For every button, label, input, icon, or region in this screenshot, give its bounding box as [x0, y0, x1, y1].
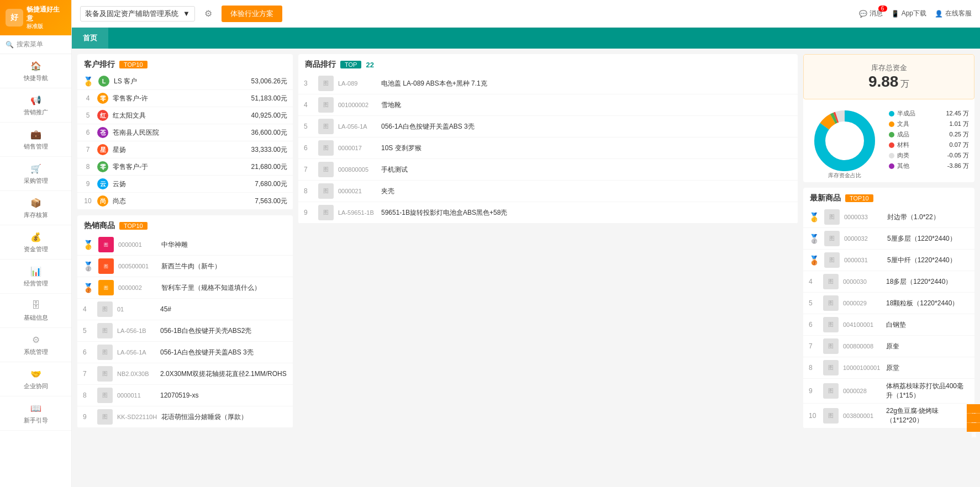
search-menu-label: 搜索菜单	[17, 40, 43, 49]
mid-code-3: LA-089	[338, 80, 377, 87]
sidebar-item-marketing[interactable]: 📢 营销推广	[0, 88, 71, 123]
hot-products-header: 热销商品 TOP10	[77, 215, 293, 234]
np-thumb-4: 图	[823, 274, 839, 289]
np-rank-8: 8	[809, 364, 819, 372]
legend-dot-3	[889, 132, 894, 137]
sidebar-item-purchase[interactable]: 🛒 采购管理	[0, 157, 71, 191]
mid-name-4: 雪地靴	[381, 100, 792, 110]
sidebar-logo: 好 畅捷通好生意 标准版	[0, 0, 71, 35]
customer-amount-1: 53,006.26元	[251, 77, 287, 86]
rank-num-7: 7	[83, 146, 93, 153]
tab-home[interactable]: 首页	[72, 28, 108, 49]
hot-product-row-6: 6 图 LA-056-1A 056-1A白色按键开关盖ABS 3壳	[77, 342, 293, 363]
logo-title: 畅捷通好生意	[27, 6, 66, 23]
mid-product-count: 22	[366, 61, 373, 69]
online-service-button[interactable]: 👤 在线客服	[935, 9, 972, 18]
customer-service-float: 客服热线 服务社区 直播	[967, 404, 980, 432]
np-code-9: 0000028	[843, 388, 882, 394]
mid-rank-3: 3	[304, 80, 314, 87]
app-download-label: App下载	[902, 9, 926, 18]
hp-code-7: NB2.0X30B	[117, 370, 156, 377]
legend-item-3: 成品 0.25 万	[889, 130, 969, 139]
sidebar-item-system[interactable]: ⚙ 系统管理	[0, 328, 71, 362]
hp-rank-8: 8	[83, 391, 93, 399]
mid-code-7: 000800005	[338, 166, 377, 173]
sidebar-item-operations[interactable]: 📊 经营管理	[0, 260, 71, 294]
search-icon: 🔍	[6, 41, 14, 49]
np-thumb-1: 图	[824, 209, 840, 225]
legend-val-1: 12.45 万	[946, 109, 969, 118]
donut-section: 库存资金占比 半成品 12.45 万 文具 1.01 万	[803, 99, 974, 182]
mid-thumb-5: 图	[318, 119, 334, 134]
legend-dot-2	[889, 121, 894, 127]
sidebar-item-basic-info[interactable]: 🗄 基础信息	[0, 294, 71, 328]
customer-name-1: LS 客户	[114, 77, 247, 86]
mid-name-6: 10S 变刹罗猴	[381, 144, 792, 153]
customer-ranking-header: 客户排行 TOP10	[77, 54, 293, 73]
right-column: 库存总资金 9.88 万	[803, 54, 974, 481]
legend-name-5: 肉类	[897, 151, 947, 160]
new-products-panel: 最新商品 TOP10 🥇 图 0000033 封边带（1.0*22） 🥈 图 0…	[803, 188, 974, 428]
medal-1: 🥇	[83, 76, 94, 87]
np-name-5: 18颗粒板（1220*2440）	[886, 299, 969, 308]
mid-name-5: 056-1A白色按键开关盖ABS 3壳	[381, 122, 792, 131]
sidebar-item-inventory[interactable]: 📦 库存核算	[0, 191, 71, 225]
np-name-4: 18多层（1220*2440）	[886, 277, 969, 287]
np-code-1: 0000033	[844, 214, 883, 220]
nav-icon: 🏠	[30, 60, 42, 72]
legend-name-1: 半成品	[897, 109, 946, 118]
finance-icon: 💰	[30, 231, 42, 243]
sidebar-item-sales[interactable]: 💼 销售管理	[0, 123, 71, 157]
new-product-row-6: 6 图 004100001 白钢垫	[803, 314, 974, 336]
hp-name-3: 智利车子里（规格不知道填什么）	[161, 283, 287, 293]
np-name-2: 5厘多层（1220*2440）	[887, 234, 969, 244]
customer-rank-row-10: 10 尚 尚态 7,563.00元	[77, 193, 293, 210]
gear-button[interactable]: ⚙	[201, 6, 216, 22]
sidebar-item-guide[interactable]: 📖 新手引导	[0, 396, 71, 431]
sidebar-item-navigation[interactable]: 🏠 快捷导航	[0, 54, 71, 88]
customer-rank-row-7: 7 星 星扬 33,333.00元	[77, 141, 293, 158]
np-name-6: 白钢垫	[886, 320, 969, 330]
search-menu[interactable]: 🔍 搜索菜单	[0, 35, 71, 54]
marketing-icon: 📢	[30, 94, 42, 106]
phone-icon: 📱	[891, 10, 899, 18]
sidebar-item-label: 库存核算	[24, 211, 48, 219]
mid-name-7: 手机测试	[381, 165, 792, 174]
hp-thumb-6: 图	[97, 345, 113, 360]
np-rank-5: 5	[809, 299, 819, 307]
app-download-button[interactable]: 📱 App下载	[891, 9, 926, 18]
customer-amount-7: 33,333.00元	[251, 145, 287, 155]
hp-rank-5: 5	[83, 327, 93, 335]
legend-item-6: 其他 -3.86 万	[889, 162, 969, 170]
mid-product-row-8: 8 图 0000021 夹壳	[298, 181, 798, 202]
hp-thumb-3: 图	[98, 280, 114, 295]
mid-thumb-4: 图	[318, 97, 334, 113]
mid-thumb-9: 图	[318, 205, 334, 220]
hot-product-row-1: 🥇 图 0000001 中华神雕	[77, 234, 293, 256]
cs-hotline-button[interactable]: 客服热线	[967, 404, 980, 414]
hp-medal-2: 🥈	[83, 261, 94, 272]
sidebar-item-label: 资金管理	[24, 245, 48, 253]
hot-products-title: 热销商品	[84, 221, 115, 231]
hp-rank-4: 4	[83, 305, 93, 313]
np-name-1: 封边带（1.0*22）	[887, 213, 969, 222]
nav-tabs: 首页	[72, 28, 980, 49]
mid-rank-8: 8	[304, 187, 314, 195]
new-product-row-10: 10 图 003800001 22g鱼豆腐·烧烤味（1*12*20）	[803, 404, 974, 428]
system-selector[interactable]: 装备及固定资产辅助管理系统 ▼	[80, 6, 195, 22]
cs-community-button[interactable]: 服务社区	[967, 414, 980, 423]
hp-code-1: 0000001	[118, 241, 157, 248]
customer-badge-4: 零	[97, 93, 108, 104]
np-thumb-3: 图	[824, 252, 840, 268]
message-button[interactable]: 💬 消息 6	[859, 9, 883, 18]
content-area: 客户排行 TOP10 🥇 L LS 客户 53,006.26元 4 零 零售客户…	[72, 49, 980, 487]
trial-button[interactable]: 体验行业方案	[222, 6, 282, 22]
sidebar-item-finance[interactable]: 💰 资金管理	[0, 225, 71, 260]
new-products-badge: TOP10	[845, 194, 873, 202]
sidebar-item-collab[interactable]: 🤝 企业协同	[0, 362, 71, 396]
hp-medal-3: 🥉	[83, 283, 94, 293]
new-products-header: 最新商品 TOP10	[803, 188, 974, 207]
legend-item-1: 半成品 12.45 万	[889, 109, 969, 118]
cs-live-button[interactable]: 直播	[967, 423, 980, 432]
hot-product-row-4: 4 图 01 45#	[77, 299, 293, 320]
